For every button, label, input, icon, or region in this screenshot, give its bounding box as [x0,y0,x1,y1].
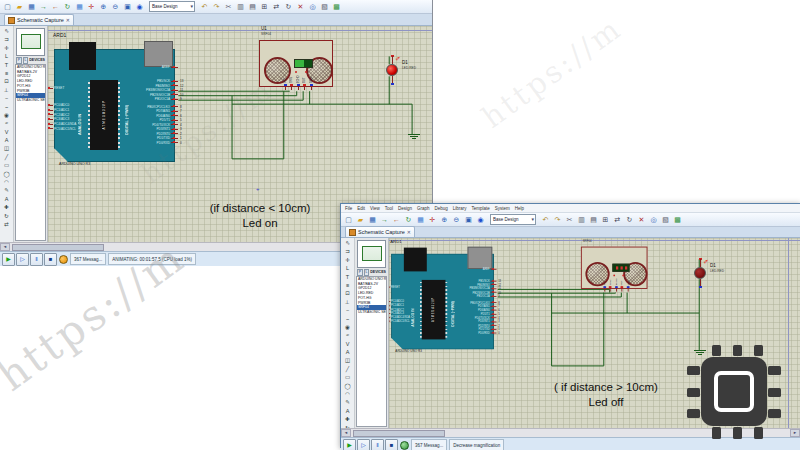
device-pins-icon[interactable]: − [342,306,353,314]
block-move-icon[interactable]: ⇄ [612,214,623,225]
component-mode-icon[interactable]: ⊐ [1,35,12,43]
rotate-clockwise-icon[interactable]: ↻ [342,424,353,428]
box-2d-icon[interactable]: ▭ [342,373,353,381]
tab-schematic-capture[interactable]: Schematic Capture ✕ [4,14,74,25]
tab-close-icon[interactable]: ✕ [66,17,70,23]
redo-icon[interactable]: ↷ [552,214,563,225]
stop-button[interactable]: ■ [385,439,398,450]
origin-icon[interactable]: ✛ [86,1,97,12]
text-2d-icon[interactable]: A [1,195,12,203]
graph-mode-icon[interactable]: ~ [342,315,353,323]
selection-mode-icon[interactable]: ⇖ [1,27,12,35]
grid-icon[interactable]: ▦ [74,1,85,12]
sheet-selector-dropdown[interactable]: Base Design [490,214,536,225]
copy-icon[interactable]: ▥ [576,214,587,225]
menu-item[interactable]: Help [515,206,524,211]
block-delete-icon[interactable]: ✕ [295,1,306,12]
subcircuit-icon[interactable]: ⊡ [1,77,12,85]
menu-item[interactable]: Tool [385,206,393,211]
search-icon[interactable]: ◎ [307,1,318,12]
design-explorer-icon[interactable]: ▩ [331,1,342,12]
box-2d-icon[interactable]: ▭ [1,161,12,169]
tape-recorder-icon[interactable]: ◉ [342,323,353,331]
cut-icon[interactable]: ✂ [564,214,575,225]
text-2d-icon[interactable]: A [342,407,353,415]
stop-button[interactable]: ■ [44,253,57,266]
junction-dot-icon[interactable]: ✛ [1,44,12,52]
block-delete-icon[interactable]: ✕ [636,214,647,225]
save-icon[interactable]: ▦ [367,214,378,225]
virtual-instruments-icon[interactable]: ◫ [1,144,12,152]
proteus-logo-icon[interactable]: ◉ [475,214,486,225]
menu-item[interactable]: View [370,206,380,211]
current-probe-icon[interactable]: A [1,136,12,144]
device-list-item[interactable]: ULTRASONIC SEN [16,98,45,103]
block-copy-icon[interactable]: ⊞ [259,1,270,12]
win2-horizontal-scrollbar[interactable]: ◄ ► [341,428,800,437]
tab-schematic-capture[interactable]: Schematic Capture ✕ [345,226,415,237]
device-pins-icon[interactable]: − [1,94,12,102]
zoom-in-icon[interactable]: ⊕ [98,1,109,12]
redraw-icon[interactable]: ↻ [62,1,73,12]
library-button[interactable]: L [364,269,370,276]
junction-dot-icon[interactable]: ✛ [342,256,353,264]
pick-devices-button[interactable]: P [357,269,363,276]
step-button[interactable]: ▷ [16,253,29,266]
subcircuit-icon[interactable]: ⊡ [342,289,353,297]
voltage-probe-icon[interactable]: V [1,128,12,136]
scroll-thumb[interactable] [353,430,445,437]
property-icon[interactable]: ▧ [660,214,671,225]
pause-button[interactable]: ‖ [371,439,384,450]
block-rotate-icon[interactable]: ↻ [624,214,635,225]
redraw-icon[interactable]: ↻ [403,214,414,225]
symbol-2d-icon[interactable]: ✚ [342,415,353,423]
arc-2d-icon[interactable]: ◠ [342,390,353,398]
menu-item[interactable]: Template [472,206,490,211]
grid-icon[interactable]: ▦ [415,214,426,225]
import-icon[interactable]: → [38,1,49,12]
redo-icon[interactable]: ↷ [211,1,222,12]
menu-item[interactable]: System [495,206,510,211]
zoom-in-icon[interactable]: ⊕ [439,214,450,225]
terminals-icon[interactable]: ⊥ [342,298,353,306]
undo-icon[interactable]: ↶ [199,1,210,12]
path-2d-icon[interactable]: ✎ [342,398,353,406]
new-file-icon[interactable]: ▢ [343,214,354,225]
open-folder-icon[interactable]: ▰ [355,214,366,225]
arduino-uno-component[interactable]: ARD1 ATMEGA328P ANALOG IN DIGITAL (~PWM)… [389,238,514,362]
text-script-icon[interactable]: T [1,61,12,69]
line-2d-icon[interactable]: ╱ [1,153,12,161]
symbol-2d-icon[interactable]: ✚ [1,203,12,211]
zoom-area-icon[interactable]: ▣ [122,1,133,12]
buses-icon[interactable]: ≡ [342,281,353,289]
generator-mode-icon[interactable]: ≈ [1,119,12,127]
paste-icon[interactable]: ▤ [588,214,599,225]
current-probe-icon[interactable]: A [342,348,353,356]
search-icon[interactable]: ◎ [648,214,659,225]
rotate-clockwise-icon[interactable]: ↻ [1,212,12,220]
pick-devices-button[interactable]: P [16,57,22,64]
zoom-area-icon[interactable]: ▣ [463,214,474,225]
message-status-icon[interactable] [59,255,68,264]
new-file-icon[interactable]: ▢ [2,1,13,12]
save-icon[interactable]: ▦ [26,1,37,12]
menu-item[interactable]: Design [398,206,412,211]
terminals-icon[interactable]: ⊥ [1,86,12,94]
sheet-selector-dropdown[interactable]: Base Design [149,1,195,12]
undo-icon[interactable]: ↶ [540,214,551,225]
arc-2d-icon[interactable]: ◠ [1,178,12,186]
circle-2d-icon[interactable]: ◯ [1,170,12,178]
circle-2d-icon[interactable]: ◯ [342,382,353,390]
play-button[interactable]: ▶ [2,253,15,266]
scroll-left-icon[interactable]: ◄ [341,429,351,437]
step-button[interactable]: ▷ [357,439,370,450]
generator-mode-icon[interactable]: ≈ [342,331,353,339]
block-rotate-icon[interactable]: ↻ [283,1,294,12]
led-component[interactable]: ➤➤ D1 LED-RED [686,253,746,293]
play-button[interactable]: ▶ [343,439,356,450]
tape-recorder-icon[interactable]: ◉ [1,111,12,119]
led-component[interactable]: ➤➤ D1 LED-RED [378,50,432,90]
zoom-out-icon[interactable]: ⊖ [110,1,121,12]
wire-label-icon[interactable]: L [342,264,353,272]
export-icon[interactable]: ← [391,214,402,225]
